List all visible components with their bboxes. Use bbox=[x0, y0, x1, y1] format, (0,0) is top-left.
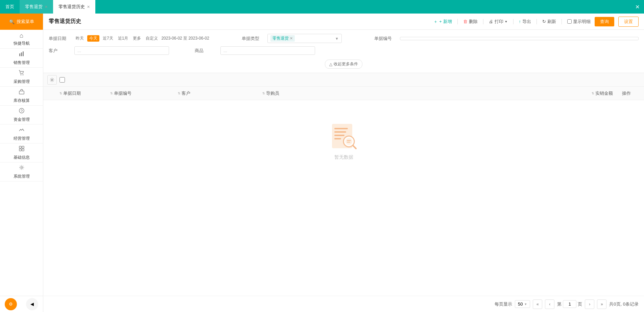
customer-input[interactable]: ... bbox=[74, 46, 169, 55]
pagination: 每页显示 50 ▼ « ‹ 第 页 › » 共0页, 0条记录 bbox=[43, 296, 644, 312]
sidebar-item-quick-nav[interactable]: ⌂ 快捷导航 bbox=[0, 30, 43, 49]
select-all-checkbox[interactable] bbox=[59, 77, 65, 83]
sidebar-nav: ⌂ 快捷导航 销售管理 采购管理 库存核算 bbox=[0, 30, 43, 296]
sort-asc-icon: ⇅ bbox=[59, 92, 62, 95]
date-btn-custom[interactable]: 自定义 bbox=[144, 35, 159, 42]
voucher-type-tag: 零售退货 ✕ bbox=[270, 35, 295, 42]
page-input[interactable] bbox=[563, 300, 576, 308]
svg-rect-16 bbox=[334, 135, 344, 136]
print-button[interactable]: 🖨 打印 ▼ bbox=[489, 19, 508, 25]
set-button[interactable]: 设置 bbox=[618, 17, 639, 27]
window-close-button[interactable]: ✕ bbox=[630, 0, 644, 14]
tab-retail-return[interactable]: 零售退货 ✕ bbox=[20, 0, 53, 14]
collapse-btn[interactable]: △ 收起更多条件 bbox=[325, 60, 362, 69]
svg-rect-0 bbox=[19, 53, 20, 56]
svg-point-3 bbox=[20, 74, 21, 75]
collapse-icon: △ bbox=[329, 62, 332, 67]
th-action: 操作 bbox=[613, 90, 640, 96]
tab-retail-return-history[interactable]: 零售退货历史 ✕ bbox=[53, 0, 95, 14]
th-date[interactable]: ⇅ 单据日期 bbox=[59, 90, 110, 96]
tab-home[interactable]: 首页 bbox=[0, 0, 20, 14]
th-voucher-no[interactable]: ⇅ 单据编号 bbox=[110, 90, 178, 96]
menu-icon: ◀ bbox=[30, 302, 34, 307]
header-actions: ＋ + 新增 🗑 删除 🖨 打印 ▼ ↑ 导出 bbox=[433, 17, 639, 27]
th-customer[interactable]: ⇅ 客户 bbox=[178, 90, 262, 96]
tab-retail-return-history-close[interactable]: ✕ bbox=[87, 5, 90, 9]
page-header: 零售退货历史 ＋ + 新增 🗑 删除 🖨 打印 ▼ bbox=[43, 14, 644, 30]
voucher-type-label: 单据类型 bbox=[242, 36, 262, 42]
divider2 bbox=[483, 19, 483, 24]
svg-rect-2 bbox=[23, 51, 24, 56]
export-button[interactable]: ↑ 导出 bbox=[519, 19, 531, 25]
table-settings-icon[interactable] bbox=[47, 75, 57, 85]
basic-info-icon bbox=[19, 146, 25, 153]
last-page-btn[interactable]: » bbox=[597, 299, 606, 309]
empty-icon bbox=[324, 120, 364, 154]
page-size-select[interactable]: 50 ▼ bbox=[515, 300, 530, 308]
inventory-icon bbox=[19, 89, 25, 96]
th-amount[interactable]: ⇅ 实销金额 bbox=[572, 90, 613, 96]
svg-line-20 bbox=[353, 146, 356, 149]
date-btn-more[interactable]: 更多 bbox=[132, 35, 142, 42]
sidebar-item-sys-mgmt[interactable]: 系统管理 bbox=[0, 162, 43, 181]
svg-rect-5 bbox=[19, 91, 24, 94]
th-guide[interactable]: ⇅ 导购员 bbox=[262, 90, 313, 96]
voucher-type-tag-close[interactable]: ✕ bbox=[290, 36, 293, 41]
divider5 bbox=[562, 19, 562, 24]
date-btn-today[interactable]: 今天 bbox=[87, 35, 99, 42]
delete-icon: 🗑 bbox=[463, 19, 468, 24]
refresh-button[interactable]: ↻ 刷新 bbox=[542, 19, 556, 25]
query-button[interactable]: 查询 bbox=[595, 17, 614, 26]
refresh-icon: ↻ bbox=[542, 19, 546, 24]
table-toolbar bbox=[43, 73, 644, 87]
collapse-sidebar-btn[interactable]: ◀ bbox=[26, 298, 38, 310]
tab-retail-return-close[interactable]: ✕ bbox=[45, 5, 48, 9]
sidebar-item-inventory[interactable]: 库存核算 bbox=[0, 87, 43, 106]
voucher-no-input[interactable] bbox=[400, 37, 639, 40]
settings-bottom-btn[interactable]: ⚙ bbox=[5, 298, 17, 310]
svg-rect-17 bbox=[334, 138, 341, 139]
plus-icon: ＋ bbox=[433, 19, 438, 25]
sidebar-bottom: ⚙ ◀ bbox=[0, 296, 43, 312]
sort-icon-amount: ⇅ bbox=[592, 92, 594, 95]
show-detail-checkbox-label[interactable]: 显示明细 bbox=[567, 19, 591, 25]
filter-area: 单据日期 昨天 今天 近7天 近1月 更多 自定义 2023-06-02 至 2… bbox=[43, 30, 644, 73]
date-btn-7days[interactable]: 近7天 bbox=[101, 35, 115, 42]
add-button[interactable]: ＋ + 新增 bbox=[433, 19, 452, 25]
delete-button[interactable]: 🗑 删除 bbox=[463, 19, 478, 25]
divider bbox=[457, 19, 458, 24]
svg-rect-15 bbox=[334, 131, 346, 133]
sidebar-item-sales-mgmt[interactable]: 销售管理 bbox=[0, 49, 43, 68]
svg-point-11 bbox=[21, 166, 22, 168]
show-detail-checkbox[interactable] bbox=[567, 19, 572, 24]
sidebar-item-basic-info[interactable]: 基础信息 bbox=[0, 143, 43, 162]
main-layout: 🔍 搜索菜单 ⌂ 快捷导航 销售管理 采购管理 bbox=[0, 14, 644, 312]
sort-icon-voucher: ⇅ bbox=[110, 92, 113, 95]
gear-icon: ⚙ bbox=[9, 302, 13, 307]
goods-label: 商品 bbox=[195, 48, 215, 54]
svg-point-19 bbox=[345, 138, 352, 145]
page-size-label: 每页显示 bbox=[495, 301, 512, 307]
voucher-type-select[interactable]: 零售退货 ✕ ▼ bbox=[267, 34, 342, 43]
select-arrow-icon: ▼ bbox=[335, 37, 339, 41]
prev-page-btn[interactable]: ‹ bbox=[545, 299, 554, 309]
sidebar-item-finance[interactable]: 资金管理 bbox=[0, 106, 43, 125]
first-page-btn[interactable]: « bbox=[533, 299, 542, 309]
filter-row-2: 客户 ... 商品 ... bbox=[49, 46, 639, 55]
content-area: 零售退货历史 ＋ + 新增 🗑 删除 🖨 打印 ▼ bbox=[43, 14, 644, 312]
customer-label: 客户 bbox=[49, 48, 69, 54]
svg-point-4 bbox=[22, 74, 23, 75]
finance-icon bbox=[19, 108, 25, 115]
sidebar-item-purchase-mgmt[interactable]: 采购管理 bbox=[0, 68, 43, 87]
sidebar-item-ops-mgmt[interactable]: 经营管理 bbox=[0, 125, 43, 143]
page-label-prefix: 第 bbox=[557, 301, 562, 307]
goods-input[interactable]: ... bbox=[220, 46, 315, 55]
date-filters: 昨天 今天 近7天 近1月 更多 自定义 2023-06-02 至 2023-0… bbox=[74, 35, 209, 42]
print-arrow-icon: ▼ bbox=[505, 20, 508, 23]
date-btn-1month[interactable]: 近1月 bbox=[117, 35, 130, 42]
svg-rect-8 bbox=[22, 146, 24, 148]
next-page-btn[interactable]: › bbox=[585, 299, 594, 309]
date-btn-yesterday[interactable]: 昨天 bbox=[74, 35, 85, 42]
sidebar-search[interactable]: 🔍 搜索菜单 bbox=[0, 14, 43, 30]
page-input-wrap: 第 页 bbox=[557, 300, 582, 308]
